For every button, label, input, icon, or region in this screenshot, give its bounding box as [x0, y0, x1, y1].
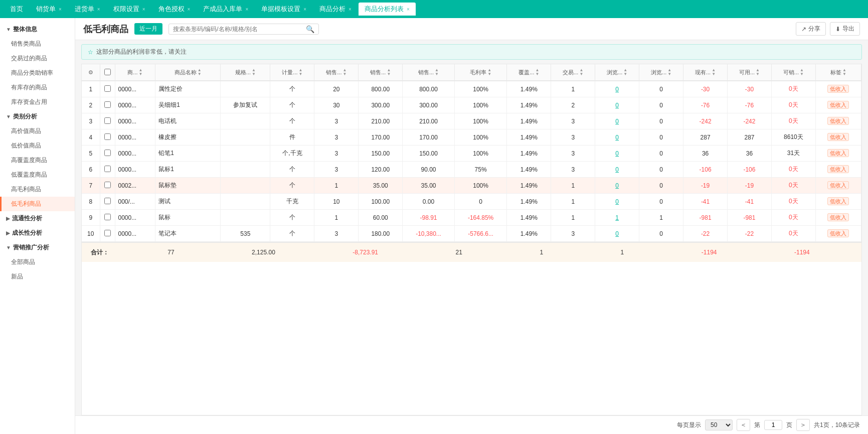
col-settings[interactable]: ⚙ — [82, 64, 100, 81]
sidebar-group-growth[interactable]: ▶ 成长性分析 — [0, 226, 75, 240]
row-views1[interactable]: 0 — [595, 81, 639, 97]
views1-link[interactable]: 0 — [615, 198, 619, 205]
row-checkbox[interactable] — [100, 81, 115, 97]
sidebar-item-low-value[interactable]: 低价值商品 — [0, 138, 75, 153]
views1-link[interactable]: 0 — [615, 182, 619, 189]
export-button[interactable]: ⬇ 导出 — [830, 22, 860, 36]
row-checkbox[interactable] — [100, 178, 115, 194]
close-icon[interactable]: × — [97, 7, 100, 12]
row-views1[interactable]: 0 — [595, 97, 639, 113]
views1-link[interactable]: 0 — [615, 102, 619, 109]
sidebar-group-category[interactable]: ▼ 类别分析 — [0, 109, 75, 124]
row-views1[interactable]: 0 — [595, 146, 639, 162]
col-views2[interactable]: 浏览...▲▼ — [639, 64, 683, 81]
sidebar-item-high-margin[interactable]: 高毛利商品 — [0, 182, 75, 197]
nav-home[interactable]: 首页 — [4, 3, 29, 16]
sidebar-item-traded-products[interactable]: 交易过的商品 — [0, 51, 75, 66]
views1-link[interactable]: 0 — [615, 166, 619, 173]
row-select-checkbox[interactable] — [104, 133, 111, 140]
col-gross-margin[interactable]: 毛利率▲▼ — [454, 64, 507, 81]
col-transactions[interactable]: 交易...▲▼ — [551, 64, 595, 81]
sidebar-item-low-coverage[interactable]: 低覆盖度商品 — [0, 168, 75, 182]
row-checkbox[interactable] — [100, 226, 115, 242]
row-select-checkbox[interactable] — [104, 182, 111, 188]
row-select-checkbox[interactable] — [104, 230, 111, 236]
row-views1[interactable]: 1 — [595, 210, 639, 226]
col-sales-qty[interactable]: 销售...▲▼ — [314, 64, 359, 81]
views1-link[interactable]: 1 — [615, 214, 619, 221]
close-icon[interactable]: × — [407, 7, 410, 12]
nav-product-inbound[interactable]: 产成品入库单× — [197, 3, 254, 16]
sidebar-item-low-margin[interactable]: 低毛利商品 — [0, 197, 75, 211]
row-checkbox[interactable] — [100, 97, 115, 113]
nav-permissions[interactable]: 权限设置× — [107, 3, 151, 16]
select-all-checkbox[interactable] — [104, 69, 111, 75]
col-code[interactable]: 商...▲▼ — [115, 64, 155, 81]
row-views1[interactable]: 0 — [595, 178, 639, 194]
prev-page-button[interactable]: ＜ — [737, 419, 750, 431]
nav-sales-order[interactable]: 销货单× — [30, 3, 68, 16]
sidebar-item-category-sales-rate[interactable]: 商品分类助销率 — [0, 66, 75, 80]
nav-product-analysis-list[interactable]: 商品分析列表× — [359, 3, 416, 16]
close-icon[interactable]: × — [349, 7, 352, 12]
col-spec[interactable]: 规格...▲▼ — [221, 64, 270, 81]
views1-link[interactable]: 0 — [615, 150, 619, 157]
per-page-select[interactable]: 50 20 100 — [705, 419, 733, 430]
page-number-input[interactable] — [764, 420, 782, 430]
row-checkbox[interactable] — [100, 146, 115, 162]
row-select-checkbox[interactable] — [104, 198, 111, 204]
row-views1[interactable]: 0 — [595, 226, 639, 242]
row-checkbox[interactable] — [100, 210, 115, 226]
row-views1[interactable]: 0 — [595, 129, 639, 146]
views1-link[interactable]: 0 — [615, 230, 619, 237]
col-sales-amount[interactable]: 销售...▲▼ — [359, 64, 403, 81]
row-views1[interactable]: 0 — [595, 162, 639, 178]
close-icon[interactable]: × — [303, 7, 306, 12]
col-coverage[interactable]: 覆盖...▲▼ — [507, 64, 551, 81]
row-checkbox[interactable] — [100, 129, 115, 146]
col-views1[interactable]: 浏览...▲▼ — [595, 64, 639, 81]
sidebar-item-all-products[interactable]: 全部商品 — [0, 255, 75, 269]
col-saleable-days[interactable]: 可销...▲▼ — [771, 64, 815, 81]
sidebar-group-liquidity[interactable]: ▶ 流通性分析 — [0, 211, 75, 226]
close-icon[interactable]: × — [142, 7, 145, 12]
row-checkbox[interactable] — [100, 113, 115, 129]
col-current-stock[interactable]: 现有...▲▼ — [683, 64, 728, 81]
sidebar-item-high-coverage[interactable]: 高覆盖度商品 — [0, 153, 75, 168]
settings-icon[interactable]: ⚙ — [88, 69, 93, 75]
nav-template-settings[interactable]: 单据模板设置× — [255, 3, 312, 16]
row-select-checkbox[interactable] — [104, 85, 111, 92]
row-views1[interactable]: 0 — [595, 113, 639, 129]
sidebar-item-stocked-products[interactable]: 有库存的商品 — [0, 80, 75, 95]
close-icon[interactable]: × — [188, 7, 191, 12]
views1-link[interactable]: 0 — [615, 86, 619, 93]
nav-role-auth[interactable]: 角色授权× — [152, 3, 197, 16]
sidebar-item-new-products[interactable]: 新品 — [0, 269, 75, 284]
col-unit[interactable]: 计量...▲▼ — [270, 64, 314, 81]
row-select-checkbox[interactable] — [104, 166, 111, 172]
row-select-checkbox[interactable] — [104, 150, 111, 156]
views1-link[interactable]: 0 — [615, 118, 619, 125]
search-input[interactable] — [173, 26, 306, 33]
sidebar-item-sales-products[interactable]: 销售类商品 — [0, 37, 75, 51]
close-icon[interactable]: × — [245, 7, 248, 12]
col-sales-profit[interactable]: 销售...▲▼ — [403, 64, 455, 81]
search-icon[interactable]: 🔍 — [306, 25, 314, 33]
next-page-button[interactable]: ＞ — [796, 419, 810, 431]
row-select-checkbox[interactable] — [104, 214, 111, 220]
sidebar-group-overall[interactable]: ▼ 整体信息 — [0, 22, 75, 37]
row-checkbox[interactable] — [100, 194, 115, 210]
col-tag[interactable]: 标签▲▼ — [815, 64, 861, 81]
sidebar-item-high-value[interactable]: 高价值商品 — [0, 124, 75, 138]
close-icon[interactable]: × — [59, 7, 62, 12]
row-checkbox[interactable] — [100, 162, 115, 178]
sidebar-group-marketing[interactable]: ▼ 营销推广分析 — [0, 240, 75, 255]
views1-link[interactable]: 0 — [615, 134, 619, 141]
row-views1[interactable]: 0 — [595, 194, 639, 210]
row-select-checkbox[interactable] — [104, 101, 111, 108]
nav-purchase-order[interactable]: 进货单× — [69, 3, 106, 16]
sidebar-item-inventory-capital[interactable]: 库存资金占用 — [0, 95, 75, 109]
col-available-stock[interactable]: 可用...▲▼ — [728, 64, 772, 81]
nav-product-analysis[interactable]: 商品分析× — [313, 3, 358, 16]
share-button[interactable]: ↗ 分享 — [796, 22, 826, 36]
